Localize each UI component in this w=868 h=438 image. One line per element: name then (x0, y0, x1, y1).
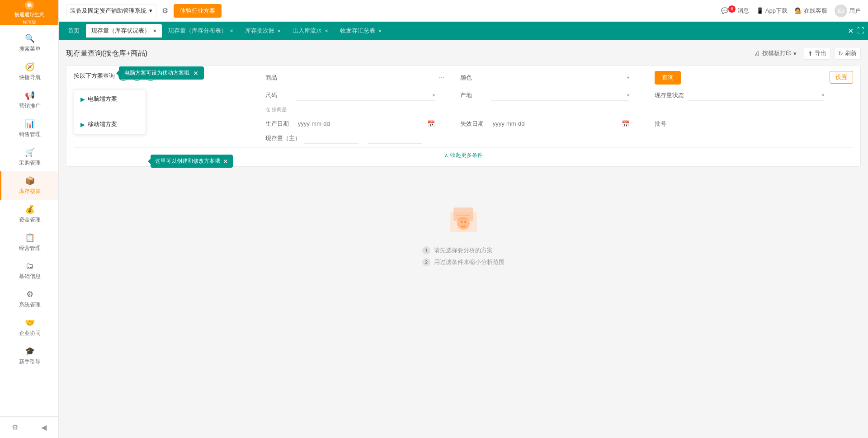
enterprise-icon: 🤝 (25, 318, 35, 328)
guide-icon: 🎓 (25, 346, 35, 356)
tab-home[interactable]: 首页 (62, 24, 85, 38)
sidebar-item-label: 快捷导航 (19, 74, 41, 81)
exp-date-calendar-icon[interactable]: 📅 (622, 120, 629, 127)
empty-illustration (441, 203, 486, 239)
finance-icon: 💰 (25, 204, 35, 214)
scheme-pc-item[interactable]: ▶ 电脑端方案 (78, 93, 142, 105)
sidebar-item-search[interactable]: 🔍 搜索菜单 (0, 29, 58, 57)
tab-inout-flow[interactable]: 出入库流水 ✕ (287, 24, 334, 38)
filter-stock-qty: 现存量（主） — (265, 133, 422, 144)
tab-close-icon-5[interactable]: ✕ (378, 28, 382, 33)
export-label: 导出 (815, 49, 826, 57)
batch-no-label: 批号 (655, 120, 682, 128)
goods-input[interactable] (296, 72, 435, 83)
tip-1-text: 请先选择要分析的方案 (434, 246, 493, 254)
user-avatar: Ea (835, 5, 847, 17)
sidebar-item-operation[interactable]: 📋 经营管理 (0, 228, 58, 257)
sidebar-item-label: 营销推广 (19, 102, 41, 110)
sidebar-item-inventory[interactable]: 📦 库存核算 (0, 171, 58, 200)
svg-point-4 (457, 217, 470, 230)
purchase-icon: 🛒 (25, 147, 35, 157)
user-avatar-text: Ea (838, 8, 844, 14)
message-btn[interactable]: 💬 6 消息 (721, 7, 749, 15)
topbar: 装备及固定资产辅助管理系统 ▾ ⚙ 体验行业方案 💬 6 消息 📱 App下载 … (59, 0, 868, 22)
settings-bottom-icon[interactable]: ⚙ (10, 421, 20, 433)
scheme-mobile-item[interactable]: ▶ 移动端方案 (78, 118, 142, 130)
filter-prod-date: 生产日期 📅 (265, 118, 435, 129)
export-btn[interactable]: ⬆ 导出 (804, 47, 830, 60)
tab-close-icon-4[interactable]: ✕ (325, 28, 328, 33)
sidebar-item-finance[interactable]: 💰 资金管理 (0, 200, 58, 228)
tooltip-close-btn-1[interactable]: ✕ (193, 70, 198, 77)
exp-date-input[interactable] (491, 118, 620, 129)
origin-input[interactable] (491, 90, 627, 100)
logo-title: 畅通通好生意 (14, 11, 44, 18)
user-menu[interactable]: Ea 用户 (835, 5, 861, 17)
color-input[interactable] (491, 72, 627, 83)
sidebar-item-marketing[interactable]: 📢 营销推广 (0, 86, 58, 114)
sidebar-item-label: 采购管理 (19, 159, 41, 167)
sidebar-item-label: 基础信息 (19, 273, 41, 280)
set-btn[interactable]: 设置 (830, 71, 853, 84)
tab-close-icon-3[interactable]: ✕ (277, 28, 281, 33)
size-input[interactable] (296, 90, 433, 100)
tab-batch-ledger-label: 库存批次账 (245, 27, 274, 35)
collapse-sidebar-icon[interactable]: ◀ (39, 421, 48, 433)
scheme-mobile-label: 移动端方案 (88, 120, 117, 128)
chevron-down-icon: ▾ (149, 7, 152, 14)
batch-no-input[interactable] (685, 118, 824, 129)
print-btn[interactable]: 🖨 按模板打印 ▾ (751, 47, 800, 59)
industry-btn[interactable]: 体验行业方案 (174, 4, 222, 18)
search-nav-icon: 🔍 (25, 33, 35, 43)
search-btn[interactable]: 查询 (655, 71, 681, 85)
sidebar-item-guide[interactable]: 🎓 新手引导 (0, 342, 58, 370)
tip-2-text: 用过滤条件来缩小分析范围 (434, 258, 505, 266)
sidebar-item-basic[interactable]: 🗂 基础信息 (0, 257, 58, 285)
sidebar-item-purchase[interactable]: 🛒 采购管理 (0, 143, 58, 171)
sidebar-item-label: 经营管理 (19, 245, 41, 252)
sidebar-item-quick[interactable]: 🧭 快捷导航 (0, 57, 58, 86)
collapse-label: 收起更多条件 (450, 151, 483, 159)
collapse-btn[interactable]: ∧ 收起更多条件 (444, 151, 483, 159)
tab-batch-ledger[interactable]: 库存批次账 ✕ (240, 24, 286, 38)
tab-inventory-dist-label: 现存量（库存分布表） (168, 27, 227, 35)
prod-date-input[interactable] (296, 118, 425, 129)
origin-input-wrapper: ▾ (491, 90, 630, 101)
sidebar-nav: 🔍 搜索菜单 🧭 快捷导航 📢 营销推广 📊 销售管理 🛒 采购管理 📦 库存核… (0, 25, 58, 416)
svg-point-5 (461, 221, 462, 223)
tab-close-icon-2[interactable]: ✕ (230, 28, 233, 33)
online-service-btn[interactable]: 💁 在线客服 (795, 7, 827, 15)
tab-inventory-dist[interactable]: 现存量（库存分布表） ✕ (163, 24, 239, 38)
topbar-gear-icon[interactable]: ⚙ (162, 6, 168, 15)
maximize-btn[interactable]: ⛶ (857, 27, 864, 35)
refresh-icon: ↻ (838, 50, 843, 57)
filter-color: 颜色 ▾ (460, 72, 630, 83)
main-content: 装备及固定资产辅助管理系统 ▾ ⚙ 体验行业方案 💬 6 消息 📱 App下载 … (59, 0, 868, 438)
system-selector[interactable]: 装备及固定资产辅助管理系统 ▾ (66, 5, 156, 17)
app-download-btn[interactable]: 📱 App下载 (756, 7, 788, 15)
sidebar-item-enterprise[interactable]: 🤝 企业协同 (0, 313, 58, 342)
refresh-btn[interactable]: ↻ 刷新 (834, 47, 861, 60)
tooltip-close-btn-2[interactable]: ✕ (223, 158, 228, 165)
tab-home-label: 首页 (68, 27, 80, 35)
stock-status-wrapper: ▾ (688, 90, 824, 101)
filter-batch-no: 批号 (655, 118, 824, 129)
tab-receive-summary[interactable]: 收发存汇总表 ✕ (335, 24, 387, 38)
close-all-tabs-btn[interactable]: ✕ (848, 27, 854, 35)
tabs-bar: 首页 现存量（库存状况表） ✕ 现存量（库存分布表） ✕ 库存批次账 ✕ 出入库… (59, 22, 868, 40)
stock-status-input[interactable] (688, 90, 822, 100)
prod-date-calendar-icon[interactable]: 📅 (427, 120, 435, 127)
prod-date-wrapper: 📅 (296, 118, 435, 129)
sidebar-item-label: 企业协同 (19, 330, 41, 337)
empty-tips: 1 请先选择要分析的方案 2 用过滤条件来缩小分析范围 (422, 246, 505, 266)
tab-close-icon[interactable]: ✕ (153, 28, 156, 33)
goods-dots[interactable]: ··· (439, 74, 457, 82)
sidebar: 畅 畅通通好生意 标准版 🔍 搜索菜单 🧭 快捷导航 📢 营销推广 📊 销售管理… (0, 0, 59, 438)
tab-inventory-status[interactable]: 现存量（库存状况表） ✕ (86, 24, 162, 38)
page-title: 现存量查询(按仓库+商品) (66, 49, 147, 58)
stock-qty-to[interactable] (368, 133, 422, 144)
sidebar-item-sales[interactable]: 📊 销售管理 (0, 114, 58, 143)
tooltip-text-2: 这里可以创建和修改方案哦 (155, 157, 220, 165)
stock-qty-from[interactable] (304, 133, 359, 144)
sidebar-item-system[interactable]: ⚙ 系统管理 (0, 285, 58, 313)
